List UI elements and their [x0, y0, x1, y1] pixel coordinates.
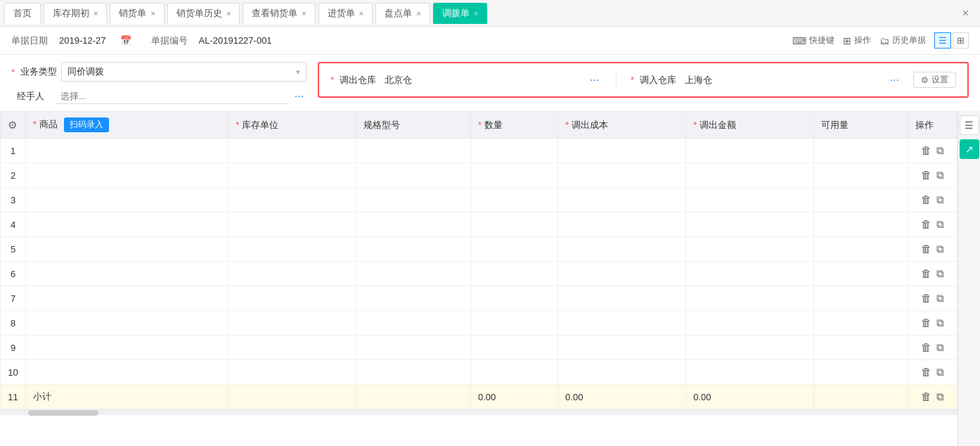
tab-close-sales-order[interactable]: ×: [150, 9, 155, 18]
quantity-cell[interactable]: [470, 212, 557, 237]
action-cell: 🗑 ⧉: [908, 286, 958, 311]
delete-button[interactable]: 🗑: [920, 192, 933, 207]
grid-view-button[interactable]: ⊞: [953, 32, 969, 49]
horizontal-scrollbar[interactable]: [0, 409, 958, 415]
table-settings-header[interactable]: ⚙: [1, 112, 26, 139]
copy-button[interactable]: ⧉: [935, 143, 946, 158]
table-row: 5 🗑 ⧉: [1, 237, 958, 262]
handler-more-button[interactable]: ···: [292, 90, 307, 103]
table-gear-icon[interactable]: ⚙: [8, 119, 17, 131]
calendar-icon[interactable]: 📅: [120, 35, 131, 46]
settings-gear-icon: ⚙: [921, 75, 929, 85]
table-row: 3 🗑 ⧉: [1, 188, 958, 212]
tab-home[interactable]: 首页: [4, 3, 41, 24]
tab-close-initial-inventory[interactable]: ×: [94, 9, 98, 18]
copy-button[interactable]: ⧉: [935, 266, 946, 281]
tab-sales-order[interactable]: 销货单 ×: [110, 3, 164, 24]
copy-button[interactable]: ⧉: [935, 241, 946, 257]
tab-sales-history[interactable]: 销货单历史 ×: [167, 3, 240, 24]
row-number: 4: [1, 212, 26, 237]
quantity-cell[interactable]: [470, 336, 557, 360]
col-transfer-cost: * 调出成本: [558, 112, 686, 139]
product-cell[interactable]: [26, 336, 228, 360]
delete-button[interactable]: 🗑: [920, 266, 933, 281]
delete-button[interactable]: 🗑: [920, 315, 933, 330]
table-row: 6 🗑 ⧉: [1, 262, 958, 286]
tab-view-sales[interactable]: 查看销货单 ×: [243, 3, 315, 24]
transfer-amount-cell: [686, 188, 814, 212]
tab-close-purchase-order[interactable]: ×: [359, 9, 363, 18]
product-cell[interactable]: [26, 188, 228, 212]
settings-button[interactable]: ⚙ 设置: [913, 72, 956, 88]
business-type-value: 同价调拨: [67, 65, 104, 78]
tab-close-view-sales[interactable]: ×: [302, 9, 306, 18]
delete-button[interactable]: 🗑: [920, 143, 933, 158]
unit-cell: [228, 311, 356, 336]
copy-button[interactable]: ⧉: [935, 192, 946, 208]
tab-purchase-order[interactable]: 进货单 ×: [318, 3, 373, 24]
transfer-cost-cell: [558, 237, 686, 262]
warehouse-in-more-button[interactable]: ···: [887, 74, 902, 87]
delete-button[interactable]: 🗑: [920, 389, 933, 404]
delete-button[interactable]: 🗑: [920, 340, 933, 355]
warehouse-out-field: * 调出仓库 北京仓 ···: [330, 74, 602, 87]
handler-input[interactable]: [56, 89, 288, 104]
sidebar-list-button[interactable]: ☰: [960, 115, 979, 135]
table-row: 1 🗑 ⧉: [1, 139, 958, 163]
copy-button[interactable]: ⧉: [935, 217, 946, 232]
quantity-cell[interactable]: [470, 139, 557, 163]
dropdown-icon: ▾: [296, 68, 300, 77]
history-button[interactable]: 🗂 历史单据: [879, 34, 926, 46]
quantity-cell[interactable]: [470, 262, 557, 286]
quantity-cell[interactable]: [470, 286, 557, 311]
product-cell[interactable]: [26, 139, 228, 163]
transfer-amount-cell: [686, 262, 814, 286]
sidebar-export-button[interactable]: ↗: [960, 139, 979, 159]
available-cell: [814, 311, 908, 336]
product-cell[interactable]: [26, 212, 228, 237]
delete-button[interactable]: 🗑: [920, 364, 933, 379]
copy-button[interactable]: ⧉: [935, 291, 946, 306]
warehouse-out-more-button[interactable]: ···: [587, 74, 602, 87]
product-cell[interactable]: [26, 163, 228, 188]
business-type-select[interactable]: 同价调拨 ▾: [61, 62, 307, 82]
copy-button[interactable]: ⧉: [935, 364, 946, 380]
tab-close-sales-history[interactable]: ×: [226, 9, 231, 18]
date-value: 2019-12-27: [59, 35, 106, 46]
product-cell[interactable]: [26, 286, 228, 311]
tab-transfer-order[interactable]: 调拨单 ×: [433, 3, 487, 24]
delete-button[interactable]: 🗑: [920, 241, 933, 256]
shortcut-button[interactable]: ⌨ 快捷键: [792, 34, 834, 46]
action-cell: 🗑 ⧉: [908, 212, 958, 237]
product-cell[interactable]: [26, 360, 228, 385]
quantity-cell[interactable]: [470, 188, 557, 212]
quantity-cell[interactable]: [470, 237, 557, 262]
tab-close-inventory-check[interactable]: ×: [416, 9, 420, 18]
available-cell: [814, 262, 908, 286]
copy-button[interactable]: ⧉: [935, 389, 946, 404]
delete-button[interactable]: 🗑: [920, 167, 933, 182]
table-section: ⚙ * 商品 扫码录入 * 库存单位: [0, 111, 958, 446]
product-cell[interactable]: [26, 311, 228, 336]
quantity-cell[interactable]: [470, 311, 557, 336]
copy-button[interactable]: ⧉: [935, 315, 946, 331]
window-close-button[interactable]: ×: [954, 7, 977, 20]
delete-button[interactable]: 🗑: [920, 291, 933, 305]
list-view-button[interactable]: ☰: [934, 32, 951, 49]
spec-cell: [356, 163, 471, 188]
quantity-cell[interactable]: [470, 360, 557, 385]
spec-cell: [356, 262, 471, 286]
scan-button[interactable]: 扫码录入: [64, 117, 109, 132]
product-cell[interactable]: [26, 262, 228, 286]
tab-inventory-check[interactable]: 盘点单 ×: [375, 3, 430, 24]
delete-button[interactable]: 🗑: [920, 217, 933, 231]
product-cell[interactable]: [26, 237, 228, 262]
tab-initial-inventory[interactable]: 库存期初 ×: [44, 3, 107, 24]
copy-button[interactable]: ⧉: [935, 167, 946, 183]
tab-close-transfer-order[interactable]: ×: [474, 9, 478, 18]
quantity-cell[interactable]: [470, 163, 557, 188]
number-value: AL-20191227-001: [199, 35, 272, 46]
data-table: ⚙ * 商品 扫码录入 * 库存单位: [0, 111, 958, 409]
copy-button[interactable]: ⧉: [935, 340, 946, 355]
operation-button[interactable]: ⊞ 操作: [843, 34, 871, 46]
